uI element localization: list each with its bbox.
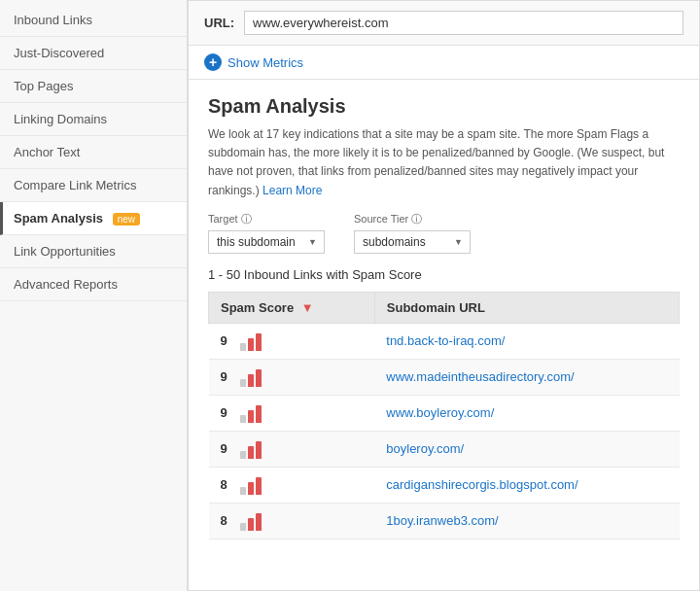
section-title: Spam Analysis [208, 95, 680, 118]
score-number: 9 [221, 441, 230, 456]
score-cell: 9 [221, 367, 364, 387]
score-number: 8 [221, 513, 230, 528]
sort-icon: ▼ [301, 300, 314, 315]
spam-score-cell: 9 [209, 323, 375, 359]
bar-seg-2 [248, 374, 254, 387]
subdomain-link[interactable]: www.boyleroy.com/ [386, 405, 494, 420]
table-row: 9 tnd.back-to-iraq.com/ [209, 323, 680, 359]
bar-seg-1 [240, 343, 246, 351]
score-number: 8 [221, 477, 230, 492]
spam-bar [240, 331, 262, 351]
subdomain-link[interactable]: tnd.back-to-iraq.com/ [386, 333, 505, 348]
col-spam-score[interactable]: Spam Score ▼ [209, 292, 375, 323]
subdomain-link[interactable]: www.madeintheusadirectory.com/ [386, 369, 574, 384]
url-label: URL: [204, 16, 234, 30]
target-select[interactable]: this subdomain this root domain [208, 230, 325, 254]
sidebar-item-label: Inbound Links [14, 13, 92, 27]
bar-seg-3 [256, 513, 262, 531]
sidebar: Inbound Links Just-Discovered Top Pages … [0, 0, 188, 591]
target-select-wrapper: this subdomain this root domain [208, 230, 325, 254]
main-content: URL: + Show Metrics Spam Analysis We loo… [188, 0, 700, 591]
bar-seg-2 [248, 338, 254, 351]
spam-bar [240, 367, 262, 387]
sidebar-item-label: Link Opportunities [14, 244, 116, 259]
subdomain-url-cell: cardiganshirecorgis.blogspot.com/ [374, 467, 679, 503]
bar-seg-1 [240, 487, 246, 495]
content-area: Spam Analysis We look at 17 key indicati… [189, 80, 699, 555]
bar-seg-3 [256, 369, 262, 387]
score-cell: 8 [221, 511, 364, 531]
show-metrics-button[interactable]: + Show Metrics [204, 53, 683, 71]
subdomain-url-cell: www.madeintheusadirectory.com/ [374, 359, 679, 395]
spam-score-cell: 8 [209, 503, 375, 539]
bar-seg-3 [256, 441, 262, 459]
target-label: Target ⓘ [208, 212, 325, 226]
sidebar-item-label: Linking Domains [14, 112, 107, 126]
bar-seg-3 [256, 333, 262, 351]
table-header-row: Spam Score ▼ Subdomain URL [209, 292, 680, 323]
sidebar-item-label: Advanced Reports [14, 277, 118, 292]
section-description: We look at 17 key indications that a sit… [208, 125, 680, 200]
subdomain-link[interactable]: 1boy.iranweb3.com/ [386, 513, 498, 528]
subdomain-url-cell: boyleroy.com/ [374, 431, 679, 467]
bar-seg-1 [240, 451, 246, 459]
spam-score-cell: 9 [209, 359, 375, 395]
target-filter-group: Target ⓘ this subdomain this root domain [208, 212, 325, 254]
spam-bar [240, 511, 262, 531]
url-input[interactable] [244, 11, 683, 35]
spam-bar [240, 439, 262, 459]
sidebar-item-label: Anchor Text [14, 145, 80, 159]
score-cell: 9 [221, 403, 364, 423]
source-filter-group: Source Tier ⓘ subdomains root domains [354, 212, 471, 254]
subdomain-link[interactable]: boyleroy.com/ [386, 441, 464, 456]
score-cell: 8 [221, 475, 364, 495]
url-bar: URL: [189, 1, 699, 46]
score-cell: 9 [221, 331, 364, 351]
sidebar-item-anchor-text[interactable]: Anchor Text [0, 136, 187, 169]
learn-more-link[interactable]: Learn More [262, 184, 322, 197]
score-number: 9 [221, 369, 230, 384]
bar-seg-2 [248, 410, 254, 423]
score-number: 9 [221, 333, 230, 348]
new-badge: new [113, 213, 140, 226]
spam-bar [240, 475, 262, 495]
bar-seg-1 [240, 415, 246, 423]
sidebar-item-inbound-links[interactable]: Inbound Links [0, 4, 187, 37]
table-row: 8 1boy.iranweb3.com/ [209, 503, 680, 539]
table-row: 8 cardiganshirecorgis.blogspot.com/ [209, 467, 680, 503]
score-cell: 9 [221, 439, 364, 459]
subdomain-link[interactable]: cardiganshirecorgis.blogspot.com/ [386, 477, 578, 492]
bar-seg-1 [240, 379, 246, 387]
spam-score-cell: 9 [209, 395, 375, 431]
subdomain-url-cell: tnd.back-to-iraq.com/ [374, 323, 679, 359]
plus-icon: + [204, 53, 222, 71]
sidebar-item-linking-domains[interactable]: Linking Domains [0, 103, 187, 136]
sidebar-item-link-opportunities[interactable]: Link Opportunities [0, 235, 187, 268]
sidebar-item-spam-analysis[interactable]: Spam Analysis new [0, 202, 187, 235]
bar-seg-2 [248, 518, 254, 531]
sidebar-item-advanced-reports[interactable]: Advanced Reports [0, 268, 187, 301]
show-metrics-bar: + Show Metrics [189, 46, 699, 80]
source-select-wrapper: subdomains root domains [354, 230, 471, 254]
spam-bar [240, 403, 262, 423]
sidebar-item-top-pages[interactable]: Top Pages [0, 70, 187, 103]
bar-seg-3 [256, 477, 262, 495]
table-row: 9 www.boyleroy.com/ [209, 395, 680, 431]
spam-score-cell: 8 [209, 467, 375, 503]
bar-seg-2 [248, 482, 254, 495]
bar-seg-1 [240, 523, 246, 531]
source-select[interactable]: subdomains root domains [354, 230, 471, 254]
sidebar-item-label: Spam Analysis [14, 211, 103, 226]
filters: Target ⓘ this subdomain this root domain… [208, 212, 680, 254]
bar-seg-2 [248, 446, 254, 459]
sidebar-item-label: Just-Discovered [14, 46, 104, 60]
col-subdomain-url: Subdomain URL [374, 292, 679, 323]
spam-table: Spam Score ▼ Subdomain URL 9 tnd.back-to… [208, 292, 680, 539]
sidebar-item-compare-link-metrics[interactable]: Compare Link Metrics [0, 169, 187, 202]
bar-seg-3 [256, 405, 262, 423]
show-metrics-label: Show Metrics [228, 55, 303, 70]
table-row: 9 boyleroy.com/ [209, 431, 680, 467]
sidebar-item-just-discovered[interactable]: Just-Discovered [0, 37, 187, 70]
source-label: Source Tier ⓘ [354, 212, 471, 226]
score-number: 9 [221, 405, 230, 420]
